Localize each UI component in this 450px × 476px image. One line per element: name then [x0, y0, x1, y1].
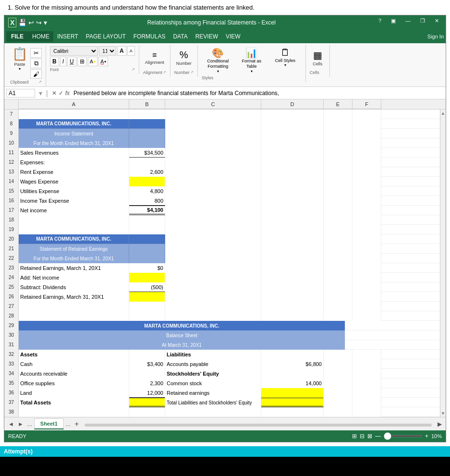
cell-E11[interactable] [324, 148, 353, 158]
cell-F19[interactable] [353, 225, 381, 234]
col-header-C[interactable]: C [165, 99, 261, 109]
font-grow-button[interactable]: A [117, 46, 126, 56]
cell-A34[interactable]: Accounts receivable [19, 369, 129, 378]
cell-C9[interactable] [165, 129, 261, 138]
customize-icon[interactable]: ▾ [44, 19, 47, 26]
cell-E32[interactable] [324, 350, 353, 359]
cell-D17[interactable] [261, 206, 324, 215]
cell-D13[interactable] [261, 167, 324, 177]
cell-B33[interactable]: $3,400 [129, 359, 165, 369]
cell-C25[interactable] [165, 282, 261, 292]
cell-C28[interactable] [165, 311, 261, 321]
cell-A22[interactable]: For the Month Ended March 31, 20X1 [19, 254, 129, 263]
cell-E18[interactable] [324, 215, 353, 225]
italic-button[interactable]: I [60, 57, 66, 66]
cell-B36[interactable]: 12,000 [129, 388, 165, 398]
cell-A28[interactable] [19, 311, 129, 321]
vertical-scrollbar[interactable]: ▲ ▼ [440, 110, 446, 417]
cut-button[interactable]: ✂ [30, 48, 42, 58]
clipboard-expand-icon[interactable]: ↗ [38, 80, 42, 84]
cell-E21[interactable] [324, 244, 353, 254]
cell-B17[interactable]: $4,100 [129, 206, 165, 215]
cell-C19[interactable] [165, 225, 261, 234]
cell-A32[interactable]: Assets [19, 350, 129, 359]
cell-D33[interactable]: $6,800 [261, 359, 324, 369]
cancel-formula-icon[interactable]: ✕ [52, 90, 57, 97]
cell-D34[interactable] [261, 369, 324, 378]
cell-A15[interactable]: Utilities Expense [19, 186, 129, 196]
cell-C7[interactable] [165, 110, 261, 119]
fill-color-button[interactable]: A ▾ [88, 57, 97, 66]
cell-D32[interactable] [261, 350, 324, 359]
cell-D21[interactable] [261, 244, 324, 254]
cell-E20[interactable] [324, 234, 353, 244]
cell-F35[interactable] [353, 378, 381, 388]
cell-F23[interactable] [353, 263, 381, 273]
formula-input[interactable] [72, 89, 444, 97]
cell-C35[interactable]: Common stock [165, 378, 261, 388]
cell-C15[interactable] [165, 186, 261, 196]
format-painter-button[interactable]: 🖌 [30, 69, 42, 79]
cell-B9[interactable] [129, 129, 165, 138]
cell-B35[interactable]: 2,300 [129, 378, 165, 388]
cell-A13[interactable]: Rent Expense [19, 167, 129, 177]
font-color-button[interactable]: A ▾ [98, 57, 108, 66]
cell-F37[interactable] [353, 398, 381, 407]
cell-D35[interactable]: 14,000 [261, 378, 324, 388]
cell-F36[interactable] [353, 388, 381, 398]
font-family-select[interactable]: Calibri [50, 46, 98, 56]
cell-E36[interactable] [324, 388, 353, 398]
cell-A9[interactable]: Income Statement [19, 129, 129, 138]
cell-D7[interactable] [261, 110, 324, 119]
cell-A37[interactable]: Total Assets [19, 398, 129, 407]
cell-C34[interactable]: Stockholders' Equity [165, 369, 261, 378]
confirm-formula-icon[interactable]: ✓ [59, 90, 63, 97]
cell-A20[interactable]: MARTA COMMUNICATIONS, INC. [19, 234, 129, 244]
format-as-table-button[interactable]: 📊 Format as Table ▾ [235, 46, 268, 74]
cell-A24[interactable]: Add: Net income [19, 273, 129, 282]
cells-button[interactable]: ▦ Cells [311, 46, 324, 69]
cell-A31[interactable]: At March 31, 20X1 [19, 340, 345, 350]
cell-E38[interactable] [324, 407, 353, 417]
cell-C17[interactable] [165, 206, 261, 215]
add-sheet-button[interactable]: + [73, 420, 81, 428]
menu-page-layout[interactable]: PAGE LAYOUT [82, 31, 130, 42]
prev-sheet-button[interactable]: ◄ [6, 420, 16, 428]
cell-D38[interactable] [261, 407, 324, 417]
cell-A35[interactable]: Office supplies [19, 378, 129, 388]
redo-icon[interactable]: ↪ [36, 19, 42, 26]
borders-button[interactable]: ⊞ [77, 57, 87, 66]
cell-D37[interactable] [261, 398, 324, 407]
sign-in-link[interactable]: Sign In [427, 34, 444, 39]
alignment-expand-icon[interactable]: ↗ [163, 70, 166, 74]
cell-D10[interactable] [261, 138, 324, 148]
menu-review[interactable]: REVIEW [192, 31, 222, 42]
cell-D16[interactable] [261, 196, 324, 206]
cell-C37[interactable]: Total Liabilities and Stockholders' Equi… [165, 398, 261, 407]
cell-A19[interactable] [19, 225, 129, 234]
cell-E14[interactable] [324, 177, 353, 186]
cell-F32[interactable] [353, 350, 381, 359]
cell-C20[interactable] [165, 234, 261, 244]
conditional-formatting-button[interactable]: 🎨 Conditional Formatting ▾ [202, 46, 234, 74]
cell-F8[interactable] [353, 119, 381, 129]
cell-F33[interactable] [353, 359, 381, 369]
cell-E25[interactable] [324, 282, 353, 292]
number-expand-icon[interactable]: ↗ [190, 70, 194, 74]
cell-E10[interactable] [324, 138, 353, 148]
cell-F27[interactable] [353, 302, 381, 311]
cell-F10[interactable] [353, 138, 381, 148]
zoom-out-icon[interactable]: — [375, 433, 381, 439]
cell-E16[interactable] [324, 196, 353, 206]
cell-E37[interactable] [324, 398, 353, 407]
cell-C10[interactable] [165, 138, 261, 148]
cell-A27[interactable] [19, 302, 129, 311]
cell-D11[interactable] [261, 148, 324, 158]
page-layout-icon[interactable]: ⊟ [360, 433, 365, 439]
cell-D14[interactable] [261, 177, 324, 186]
cell-C38[interactable] [165, 407, 261, 417]
cell-C26[interactable] [165, 292, 261, 302]
paste-button[interactable]: 📋 Paste ▾ [10, 46, 29, 71]
cell-B23[interactable]: $0 [129, 263, 165, 273]
minimize-button[interactable]: — [402, 18, 414, 27]
